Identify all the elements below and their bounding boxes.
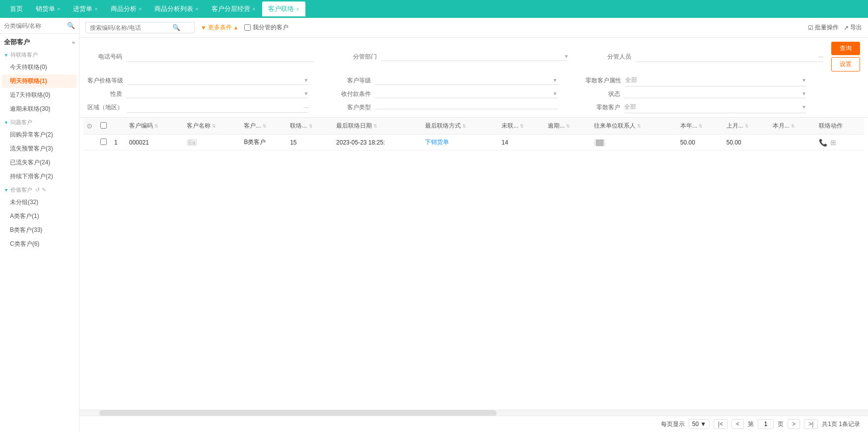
sidebar-item-churned[interactable]: 已流失客户(24) <box>2 156 77 169</box>
payment-label: 收付款条件 <box>336 90 371 98</box>
sidebar-search-icon[interactable]: 🔍 <box>67 22 75 29</box>
retail-customer-select[interactable]: 全部 ▼ <box>624 101 806 113</box>
page-number-input[interactable] <box>758 419 774 429</box>
query-button[interactable]: 查询 <box>831 42 860 55</box>
close-sales-icon[interactable]: × <box>57 6 60 12</box>
customer-grade-select[interactable]: ▼ <box>375 76 557 85</box>
page-label: 第 <box>748 420 754 429</box>
overdue-sort-icon[interactable]: ⇅ <box>566 124 570 129</box>
retail-attr-select[interactable]: 全部 ▼ <box>625 74 806 86</box>
sidebar-search-input[interactable] <box>4 22 65 29</box>
setting-button[interactable]: 设置 <box>831 57 860 72</box>
region-label: 区域（地区） <box>87 103 123 112</box>
export-btn[interactable]: ↗ 导出 <box>844 23 862 32</box>
collapse-all-icon[interactable]: « <box>72 39 75 45</box>
sidebar-item-repurchase-anomaly[interactable]: 回购异常客户(2) <box>2 128 77 142</box>
region-select[interactable]: ··· <box>127 102 308 113</box>
dept-select[interactable]: ▼ <box>381 52 569 61</box>
sidebar-item-tomorrow-contact[interactable]: 明天待联络(1) <box>2 74 77 88</box>
close-analysis-icon[interactable]: × <box>139 6 142 12</box>
col-customer-code-header: 客户编码 ⇅ <box>126 118 184 135</box>
close-purchase-icon[interactable]: × <box>94 6 97 12</box>
this-month-sort-icon[interactable]: ⇅ <box>791 124 795 129</box>
gender-select[interactable]: ▼ <box>126 89 308 98</box>
nav-item-sales[interactable]: 销货单 × <box>30 1 66 16</box>
page-unit-label: 页 <box>778 420 784 429</box>
grid-action-icon[interactable]: ⊞ <box>830 139 836 146</box>
last-date-sort-icon[interactable]: ⇅ <box>373 124 377 129</box>
filter-field-phone: 电话号码 <box>87 52 314 62</box>
row-last-month-cell: 50.00 <box>723 135 770 150</box>
first-page-btn[interactable]: |< <box>714 419 727 429</box>
next-page-btn[interactable]: > <box>788 419 800 429</box>
close-contact-icon[interactable]: × <box>296 6 299 12</box>
close-segment-icon[interactable]: × <box>252 6 255 12</box>
customer-type-select[interactable] <box>375 106 557 109</box>
sidebar-item-7days-contact[interactable]: 近7天待联络(0) <box>2 88 77 102</box>
nav-item-purchase[interactable]: 进货单 × <box>67 1 103 16</box>
filter-icon: ▼ <box>201 24 207 31</box>
customer-code-sort-icon[interactable]: ⇅ <box>154 124 158 129</box>
action-col-label: 联络动作 <box>819 122 843 129</box>
uncontacted-sort-icon[interactable]: ⇅ <box>520 124 524 129</box>
filter-row-4: 区域（地区） ··· 客户类型 零散客户 全部 <box>87 101 860 113</box>
value-edit-icon[interactable]: ✎ <box>42 187 46 193</box>
last-page-btn[interactable]: >| <box>804 419 818 429</box>
contact-count-sort-icon[interactable]: ⇅ <box>309 124 313 129</box>
phone-action-icon[interactable]: 📞 <box>819 139 827 146</box>
last-method-sort-icon[interactable]: ⇅ <box>462 124 466 129</box>
my-customers-checkbox[interactable] <box>244 24 251 31</box>
close-analysis-list-icon[interactable]: × <box>195 6 198 12</box>
person-select[interactable]: ··· <box>635 52 823 62</box>
filter-field-customer-grade: 客户等级 ▼ <box>336 76 557 85</box>
action-icons-wrap: 📞 ⊞ <box>819 139 861 146</box>
my-customers-checkbox-wrap[interactable]: 我分管的客户 <box>244 23 289 32</box>
value-refresh-icon[interactable]: ↺ <box>35 187 40 193</box>
col-contact-count-header: 联络... ⇅ <box>287 118 333 135</box>
nav-item-analysis[interactable]: 商品分析 × <box>105 1 147 16</box>
sidebar-item-class-b[interactable]: B类客户(33) <box>2 223 77 237</box>
sidebar-item-continuous-decline[interactable]: 持续下滑客户(2) <box>2 170 77 183</box>
select-all-checkbox[interactable] <box>100 122 107 129</box>
last-month-sort-icon[interactable]: ⇅ <box>745 124 749 129</box>
phone-input[interactable] <box>126 52 314 62</box>
sidebar-item-today-contact[interactable]: 今天待联络(0) <box>2 61 77 74</box>
customer-type-sort-icon[interactable]: ⇅ <box>263 124 267 129</box>
row-checkbox-cell <box>97 135 111 150</box>
payment-select[interactable]: ▼ <box>375 89 557 98</box>
row-last-contact-date-cell: 2023-05-23 18:25: <box>333 135 422 150</box>
more-conditions-btn[interactable]: ▼ 更多条件 ▲ <box>201 23 238 32</box>
sidebar-item-class-a[interactable]: A类客户(1) <box>2 210 77 223</box>
problem-customers-group-title: ▼ 问题客户 <box>0 116 79 128</box>
row-overdue-cell <box>545 135 591 150</box>
col-checkbox-header <box>97 118 111 135</box>
filter-field-retail-customer: 零散客户 全部 ▼ <box>585 101 806 113</box>
batch-ops-btn[interactable]: ☑ 批量操作 <box>808 23 839 32</box>
main-search-icon[interactable]: 🔍 <box>172 24 180 31</box>
nav-item-customer-contact[interactable]: 客户联络 × <box>262 1 305 16</box>
customer-name-sort-icon[interactable]: ⇅ <box>212 124 216 129</box>
gender-chevron-icon: ▼ <box>303 91 308 96</box>
col-index-header <box>111 118 126 135</box>
main-search-input[interactable] <box>90 24 169 31</box>
last-contact-method-link[interactable]: 下销货单 <box>425 139 449 145</box>
this-year-sort-icon[interactable]: ⇅ <box>699 124 703 129</box>
sidebar-item-churn-warning[interactable]: 流失预警客户(3) <box>2 142 77 155</box>
value-grade-select[interactable]: ▼ <box>127 76 308 85</box>
sidebar-item-overdue-contact[interactable]: 逾期未联络(30) <box>2 102 77 116</box>
nav-item-customer-segment[interactable]: 客户分层经营 × <box>206 1 261 16</box>
filter-field-gender: 性质 ▼ <box>87 89 308 98</box>
page-size-chevron-icon: ▼ <box>700 421 706 428</box>
sidebar-item-class-c[interactable]: C类客户(6) <box>2 237 77 251</box>
company-contact-sort-icon[interactable]: ⇅ <box>637 124 641 129</box>
phone-label: 电话号码 <box>87 53 122 61</box>
settings-icon[interactable]: ⚙ <box>86 122 93 130</box>
nav-item-analysis-list[interactable]: 商品分析列表 × <box>148 1 204 16</box>
page-size-select[interactable]: 50 ▼ <box>689 419 710 429</box>
nav-home[interactable]: 首页 <box>4 1 29 16</box>
status-select[interactable]: ▼ <box>624 89 806 98</box>
sidebar-item-ungrouped[interactable]: 未分组(32) <box>2 196 77 209</box>
dept-label: 分管部门 <box>342 53 377 61</box>
prev-page-btn[interactable]: < <box>731 419 744 429</box>
row-checkbox[interactable] <box>100 139 107 145</box>
